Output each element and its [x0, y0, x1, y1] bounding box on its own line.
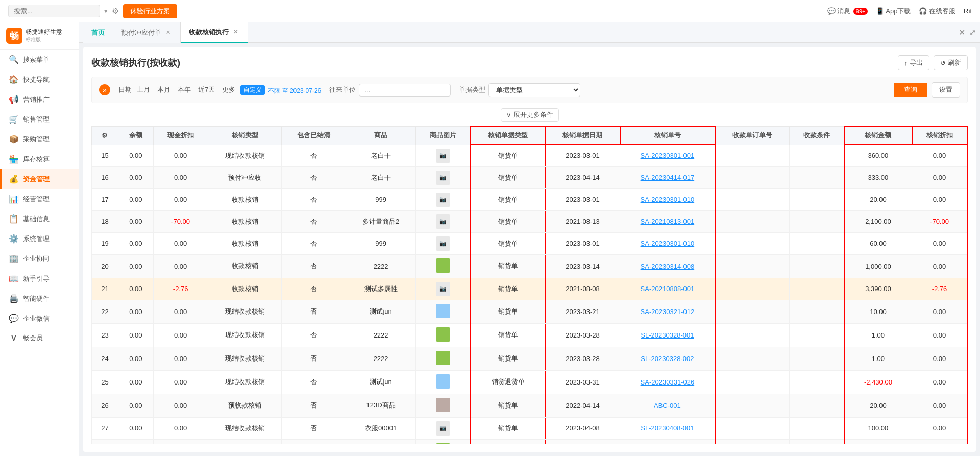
tab-prepayment-close[interactable]: ✕ — [164, 29, 172, 36]
sidebar-label-inventory: 库存核算 — [23, 155, 50, 164]
filter-last-month[interactable]: 上月 — [135, 84, 152, 95]
refresh-btn[interactable]: ↺ 刷新 — [934, 55, 968, 70]
filter-more[interactable]: 更多 — [220, 84, 237, 95]
filter-this-year[interactable]: 本年 — [176, 84, 193, 95]
sidebar-item-finance[interactable]: 💰 资金管理 — [0, 169, 79, 189]
col-balance: 余额 — [118, 126, 153, 145]
table-header: ⚙ 余额 现金折扣 核销类型 包含已结清 商品 商品图片 核销单据类型 核销单据… — [92, 126, 968, 145]
message-label: 消息 — [837, 7, 850, 15]
sidebar-label-enterprise: 企业协同 — [23, 254, 50, 263]
filter-action-group: 查询 设置 — [894, 82, 960, 98]
tab-close-all-btn[interactable]: ✕ — [959, 28, 965, 37]
sidebar-item-member[interactable]: V 畅会员 — [0, 328, 79, 348]
doc-no-link[interactable]: SA-20230301-010 — [641, 196, 695, 203]
sidebar-item-operations[interactable]: 📊 经营管理 — [0, 189, 79, 209]
product-img-cell — [415, 323, 471, 347]
filter-partner-label: 往来单位 — [329, 85, 356, 94]
doc-no-link[interactable]: SA-20210808-001 — [641, 285, 695, 293]
tab-prepayment[interactable]: 预付冲应付单 ✕ — [113, 22, 181, 43]
filter-partner-input[interactable] — [359, 84, 451, 97]
tab-verify-close[interactable]: ✕ — [232, 28, 239, 36]
sidebar-item-inventory[interactable]: 🏪 库存核算 — [0, 149, 79, 169]
sidebar-item-quick-nav[interactable]: 🏠 快捷导航 — [0, 69, 79, 89]
filter-bar: » 日期 上月 本月 本年 近7天 更多 自定义 不限 至 2023-07-26 — [91, 77, 968, 103]
product-img-cell: 📷 — [415, 166, 471, 188]
table-row: 150.000.00现结收款核销否老白干📷销货单2023-03-01SA-202… — [92, 145, 968, 166]
sidebar-label-finance: 资金管理 — [23, 175, 50, 184]
sidebar-label-operations: 经营管理 — [23, 195, 50, 204]
app-download-btn[interactable]: 📱 App下载 — [876, 7, 911, 16]
query-btn[interactable]: 查询 — [894, 83, 927, 97]
doc-no-link[interactable]: SL-20230328-002 — [641, 355, 694, 363]
enterprise-icon: 🏢 — [9, 254, 19, 263]
export-btn[interactable]: ↑ 导出 — [898, 55, 930, 70]
sidebar-label-quick-nav: 快捷导航 — [23, 75, 50, 84]
sidebar-item-purchase[interactable]: 📦 采购管理 — [0, 129, 79, 149]
sidebar-item-sales[interactable]: 🛒 销售管理 — [0, 109, 79, 129]
industry-btn[interactable]: 休验行业方案 — [123, 4, 177, 18]
dropdown-icon[interactable]: ▾ — [104, 7, 108, 15]
product-img-placeholder: 📷 — [436, 236, 450, 251]
table-row: 170.000.00收款核销否999📷销货单2023-03-01SA-20230… — [92, 188, 968, 210]
filter-7days[interactable]: 近7天 — [196, 84, 217, 95]
sidebar-item-system[interactable]: ⚙️ 系统管理 — [0, 229, 79, 249]
doc-no-link[interactable]: SA-20210813-001 — [641, 218, 695, 225]
doc-no-link[interactable]: SA-20230331-026 — [641, 378, 695, 386]
top-search-input[interactable] — [8, 5, 100, 17]
product-img — [436, 351, 450, 365]
sidebar-item-marketing[interactable]: 📢 营销推广 — [0, 89, 79, 109]
sidebar-item-basic-info[interactable]: 📋 基础信息 — [0, 209, 79, 229]
product-img-placeholder: 📷 — [436, 149, 450, 163]
doc-no-link[interactable]: SA-20230314-008 — [641, 262, 695, 270]
product-img-cell: 📷 — [415, 278, 471, 300]
settings-btn[interactable]: 设置 — [932, 82, 960, 98]
table-row: 180.00-70.00收款核销否多计量商品2📷销货单2021-08-13SA-… — [92, 210, 968, 232]
product-img-cell — [415, 347, 471, 370]
online-service-btn[interactable]: 🎧 在线客服 — [919, 7, 955, 16]
filter-expand-btn[interactable]: » — [99, 84, 110, 95]
expand-more-btn[interactable]: ∨ 展开更多条件 — [501, 108, 559, 122]
filter-date-range: 不限 至 2023-07-26 — [268, 87, 321, 94]
tab-verify[interactable]: 收款核销执行 ✕ — [181, 22, 248, 43]
sidebar-item-smart-hw[interactable]: 🖨️ 智能硬件 — [0, 289, 79, 308]
doc-no-link[interactable]: SA-20230321-012 — [641, 308, 695, 316]
message-badge: 99+ — [853, 8, 868, 15]
sidebar-label-member: 畅会员 — [23, 333, 43, 343]
filter-doctype-group: 单据类型 单据类型 销货单 销货退货单 — [459, 83, 580, 97]
tab-home[interactable]: 首页 — [83, 22, 113, 43]
doc-no-link[interactable]: SA-20230414-017 — [641, 174, 695, 181]
message-btn[interactable]: 💬 消息 99+ — [827, 7, 868, 16]
sidebar-label-sales: 销售管理 — [23, 115, 50, 124]
sidebar-label-smart-hw: 智能硬件 — [23, 294, 50, 303]
col-product-img: 商品图片 — [415, 126, 471, 145]
sidebar-logo: 畅 畅捷通好生意 标准版 — [0, 22, 79, 50]
tab-verify-label: 收款核销执行 — [189, 28, 229, 37]
tab-expand-btn[interactable]: ⤢ — [969, 28, 976, 37]
product-img-placeholder: 📷 — [436, 421, 450, 436]
filter-this-month[interactable]: 本月 — [155, 84, 173, 95]
doc-no-link[interactable]: SL-20230328-001 — [641, 331, 694, 339]
member-icon: V — [9, 334, 19, 342]
col-verify-doc-date: 核销单据日期 — [545, 126, 620, 145]
doc-no-link[interactable]: SL-20230408-001 — [641, 424, 694, 432]
basicinfo-icon: 📋 — [9, 214, 19, 224]
sales-icon: 🛒 — [9, 114, 19, 124]
doc-no-link[interactable]: SA-20230301-001 — [641, 152, 695, 159]
product-img-cell — [415, 394, 471, 417]
doc-no-link[interactable]: ABC-001 — [654, 402, 681, 410]
sidebar-item-enterprise[interactable]: 🏢 企业协同 — [0, 249, 79, 269]
doc-no-link[interactable]: SA-20230301-010 — [641, 239, 695, 247]
filter-doctype-select[interactable]: 单据类型 销货单 销货退货单 — [488, 83, 580, 97]
col-settings[interactable]: ⚙ — [92, 126, 118, 145]
sidebar-item-search[interactable]: 🔍 搜索菜单 — [0, 50, 79, 69]
main-table: ⚙ 余额 现金折扣 核销类型 包含已结清 商品 商品图片 核销单据类型 核销单据… — [91, 126, 968, 444]
purchase-icon: 📦 — [9, 134, 19, 144]
wechat-icon: 💬 — [9, 314, 19, 323]
filter-date-options: 上月 本月 本年 近7天 更多 自定义 — [135, 84, 265, 95]
sidebar-label-guide: 新手引导 — [23, 274, 50, 283]
sidebar-item-wechat[interactable]: 💬 企业微信 — [0, 308, 79, 328]
sidebar-item-guide[interactable]: 📖 新手引导 — [0, 269, 79, 289]
page-title: 收款核销执行(按收款) — [91, 57, 180, 69]
gear-icon[interactable]: ⚙ — [112, 6, 119, 16]
refresh-icon: ↺ — [940, 59, 946, 67]
